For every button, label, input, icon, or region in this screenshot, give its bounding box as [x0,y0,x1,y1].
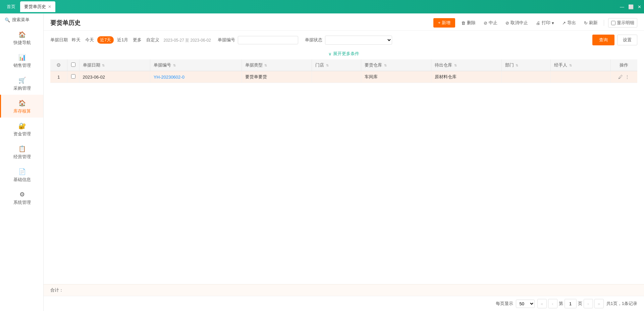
top-bar-controls: — ⬜ ✕ [620,4,641,9]
sidebar-item-purchase[interactable]: 🛒 采购管理 [0,72,43,95]
col-pending-warehouse-sort-icon[interactable]: ⇅ [454,63,457,67]
shortcut-7days[interactable]: 近7天 [97,36,114,44]
stop-button[interactable]: ⊘ 中止 [482,18,499,27]
col-dept-sort-icon[interactable]: ⇅ [516,63,518,67]
bill-no-input[interactable] [238,36,298,44]
shortcut-yesterday[interactable]: 昨天 [70,36,82,44]
col-date-label: 单据日期 [83,62,100,68]
basic-info-icon: 📄 [18,168,26,175]
tab-requisition-history-label: 要货单历史 [24,4,46,10]
chevron-down-icon: ∨ [328,51,332,56]
col-req-warehouse-label: 要货仓库 [365,62,382,68]
select-all-checkbox[interactable] [71,62,75,67]
sidebar-item-system[interactable]: ⚙ 系统管理 [0,186,43,209]
row-store [312,71,361,83]
sidebar-item-sales-label: 销售管理 [13,62,31,69]
page-total: 共1页，1条记录 [606,301,637,307]
footer-total-label: 合计： [50,287,63,293]
refresh-button[interactable]: ↻ 刷新 [582,18,600,27]
bill-no-link[interactable]: YH-20230602-0 [154,75,184,80]
cancel-stop-icon: ⊘ [505,20,509,26]
tab-home[interactable]: 首页 [3,1,19,12]
sidebar-item-finance[interactable]: 🔐 资金管理 [0,118,43,140]
query-button[interactable]: 查询 [592,35,614,45]
window-maximize-btn[interactable]: ⬜ [628,4,634,9]
status-select[interactable] [325,36,392,45]
col-handler-label: 经手人 [554,62,567,68]
row-more-icon[interactable]: ⋮ [625,74,630,80]
sales-icon: 📊 [18,54,26,61]
table-header-row: ⚙ 单据日期 ⇅ 单据编号 ⇅ [50,59,637,71]
sidebar-item-finance-label: 资金管理 [13,131,31,137]
date-range-display: 2023-05-27 至 2023-06-02 [163,37,211,43]
col-bill-type-header: 单据类型 ⇅ [241,59,312,71]
window-minimize-btn[interactable]: — [620,4,624,9]
date-range-text: 2023-05-27 至 2023-06-02 [163,38,211,43]
sidebar-item-quick-nav-label: 快捷导航 [13,40,31,46]
row-bill-no: YH-20230602-0 [150,71,242,83]
row-check[interactable] [67,71,79,83]
print-icon: 🖨 [536,20,540,26]
sidebar-item-operations-label: 经营管理 [13,154,31,160]
next-page-btn[interactable]: › [584,299,593,308]
col-check-header [67,59,79,71]
col-bill-no-sort-icon[interactable]: ⇅ [173,63,176,67]
row-dept [501,71,551,83]
col-store-sort-icon[interactable]: ⇅ [326,63,329,67]
shortcut-today[interactable]: 今天 [84,36,95,44]
sidebar-search[interactable]: 🔍 搜索菜单 [0,13,43,26]
col-handler-sort-icon[interactable]: ⇅ [569,63,572,67]
row-action: 🖊 ⋮ [610,71,637,83]
export-button-label: 导出 [567,20,576,26]
shortcut-more[interactable]: 更多 [131,36,143,44]
col-bill-type-sort-icon[interactable]: ⇅ [264,63,267,67]
toolbar: + 新增 🗑 删除 ⊘ 中止 ⊘ 取消中止 🖨 打印 ▾ [433,18,637,28]
display-detail-label: 显示明细 [617,20,634,26]
col-store-header: 门店 ⇅ [312,59,361,71]
cancel-stop-button[interactable]: ⊘ 取消中止 [503,18,530,27]
shortcut-custom[interactable]: 自定义 [145,36,161,44]
sidebar-item-system-label: 系统管理 [13,199,31,206]
filter-area: 单据日期 昨天 今天 近7天 近1月 更多 自定义 2023-05-27 至 2… [44,31,644,59]
col-store-label: 门店 [315,62,324,68]
sidebar-item-operations[interactable]: 📋 经营管理 [0,140,43,163]
sidebar-search-label: 搜索菜单 [12,17,30,23]
operations-icon: 📋 [18,145,26,152]
col-req-warehouse-sort-icon[interactable]: ⇅ [384,63,387,67]
last-page-btn[interactable]: » [594,299,604,308]
first-page-btn[interactable]: « [537,299,547,308]
window-close-btn[interactable]: ✕ [638,4,641,9]
delete-button-label: 删除 [467,20,476,26]
display-detail-checkbox[interactable] [611,21,615,25]
delete-icon: 🗑 [461,20,466,26]
table-settings-icon[interactable]: ⚙ [56,62,61,68]
settings-button[interactable]: 设置 [617,35,637,45]
export-button[interactable]: ↗ 导出 [560,18,578,27]
per-page-select[interactable]: 20 50 100 [516,300,535,308]
tab-close-icon[interactable]: ✕ [48,4,51,9]
row-num: 1 [50,71,67,83]
table-footer: 合计： [44,284,644,296]
shortcut-1month[interactable]: 近1月 [116,36,129,44]
sidebar-item-basic-info-label: 基础信息 [13,177,31,183]
page-nav: « ‹ 第 页 › » [537,299,604,308]
prev-page-btn[interactable]: ‹ [548,299,557,308]
row-edit-icon[interactable]: 🖊 [618,74,623,80]
sidebar-item-sales[interactable]: 📊 销售管理 [0,49,43,72]
sidebar-item-basic-info[interactable]: 📄 基础信息 [0,163,43,186]
new-button[interactable]: + 新增 [433,18,455,28]
delete-button[interactable]: 🗑 删除 [459,18,478,27]
display-detail-button[interactable]: 显示明细 [608,18,637,28]
col-date-sort-icon[interactable]: ⇅ [102,63,105,67]
expand-more-btn[interactable]: ∨ 展开更多条件 [50,49,637,59]
print-button[interactable]: 🖨 打印 ▾ [534,18,556,27]
sidebar-item-quick-nav[interactable]: 🏠 快捷导航 [0,26,43,49]
page-number-input[interactable] [565,299,577,308]
requisition-table: ⚙ 单据日期 ⇅ 单据编号 ⇅ [50,59,637,83]
refresh-icon: ↻ [584,20,588,26]
tab-requisition-history[interactable]: 要货单历史 ✕ [20,1,55,12]
filter-row-1: 单据日期 昨天 今天 近7天 近1月 更多 自定义 2023-05-27 至 2… [50,35,637,45]
tab-home-label: 首页 [7,4,15,10]
cancel-stop-button-label: 取消中止 [511,20,528,26]
sidebar-item-inventory[interactable]: 🏠 库存核算 [0,95,43,118]
